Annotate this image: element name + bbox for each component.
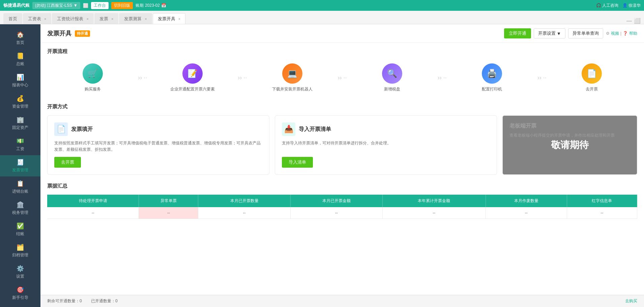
company-dropdown-icon: ▼ [74, 3, 78, 8]
content-area: 发票开具 待开通 立即开通 开票设置 ▼ 异常单单查询 ⚙ 视频 | ❓ 帮助 [40, 24, 644, 307]
tab-salary-report-label: 工资统计报表 [57, 16, 83, 22]
stats-header-month-count: 本月已开票数量 [198, 195, 290, 207]
stats-cell-abnormal: -- [139, 207, 198, 219]
switch-old-button[interactable]: 切到旧版 [111, 2, 133, 9]
settings-gear-icon: ⚙ [606, 31, 610, 36]
service-button[interactable]: 🎧 人工咨询 [596, 3, 618, 8]
tab-invoice-issue[interactable]: 发票开具 × [153, 13, 185, 24]
tab-salary-report-close[interactable]: × [86, 17, 88, 21]
step-issue-label: 去开票 [586, 86, 598, 92]
tab-invoice-calc-close[interactable]: × [145, 17, 147, 21]
step-download-icon: 💻 [282, 63, 302, 84]
sidebar-item-home[interactable]: 🏠 首页 [0, 28, 40, 49]
fill-icon: 📄 [54, 122, 68, 136]
step-tax-disk: 🔍 新增税盘 [347, 63, 438, 92]
step-buy-label: 购买服务 [85, 86, 101, 92]
company-name: (勿动) 江西服宝-LSS [35, 3, 72, 8]
company-selector[interactable]: (勿动) 江西服宝-LSS ▼ [32, 2, 80, 9]
stats-cell-month-amount: -- [290, 207, 382, 219]
sidebar-item-member[interactable]: 👑 畅会员 [0, 304, 40, 307]
footer: 剩余可开通数量：0 已开通数量：0 去购买 [40, 295, 644, 307]
sidebar-item-funds[interactable]: 💰 资金管理 [0, 91, 40, 113]
step-buy-service: 🛒 购买服务 [47, 63, 138, 92]
tab-home[interactable]: 首页 [3, 13, 22, 24]
tab-invoice-calc-label: 发票测算 [124, 16, 142, 22]
status-badge: 待开通 [75, 30, 90, 37]
stats-cell-pending: -- [47, 207, 139, 219]
step-issue-icon: 📄 [582, 63, 602, 84]
sidebar-invoice-label: 发票管理 [12, 167, 28, 173]
fill-open-button[interactable]: 去开票 [54, 157, 81, 168]
assets-icon: 🏢 [17, 116, 24, 123]
tab-invoice-calc[interactable]: 发票测算 × [119, 13, 152, 24]
immediate-open-button[interactable]: 立即开通 [504, 28, 531, 38]
minimize-icon[interactable]: — [626, 18, 632, 24]
workflow-section: 开票流程 🛒 购买服务 ›› ·· 📝 企业开通配置开票六要素 ›› ·· 💻 … [47, 48, 637, 95]
sidebar-item-ledger[interactable]: 📒 总账 [0, 49, 40, 70]
step-config-icon: 📝 [182, 63, 203, 84]
tab-invoice-issue-close[interactable]: × [178, 17, 180, 21]
sidebar-item-reports[interactable]: 📊 报表中心 [0, 70, 40, 91]
video-label[interactable]: 视频 [611, 31, 619, 36]
maximize-icon[interactable]: ⬜ [634, 18, 641, 24]
guide-icon: 🎯 [17, 286, 24, 294]
abnormal-query-button[interactable]: 异常单单查询 [568, 28, 603, 38]
top-bar: 畅捷通易代账 (勿动) 江西服宝-LSS ▼ ⬜ 工作台 切到旧版 账期 202… [0, 0, 644, 11]
stats-cell-red-info: -- [567, 207, 637, 219]
buy-link[interactable]: 去购买 [625, 298, 637, 304]
workbench-button[interactable]: 工作台 [91, 2, 109, 9]
sidebar-item-invoice[interactable]: 🧾 发票管理 [0, 155, 40, 176]
archive-icon: 🗂️ [17, 244, 24, 251]
method-card-fill: 📄 发票填开 支持按照发票样式手工填写开发票；可开具增值税电子普通发票、增值税普… [47, 115, 269, 175]
stats-header-abnormal: 异常单票 [139, 195, 198, 207]
settings-icon: ⚙️ [17, 265, 24, 272]
app-logo: 畅捷通易代账 [3, 2, 30, 8]
method-card-import-header: 📥 导入开票清单 [282, 122, 490, 136]
header-actions: 立即开通 开票设置 ▼ 异常单单查询 ⚙ 视频 | ❓ 帮助 [504, 28, 637, 38]
step-printer-icon: 🖨️ [482, 63, 502, 84]
tab-salary-close[interactable]: × [44, 17, 46, 21]
settings-arrow-icon: ▼ [557, 31, 561, 36]
copy-button[interactable]: ⬜ [83, 3, 88, 8]
user-info[interactable]: 👤 徐漾华 [622, 3, 641, 8]
calendar-icon[interactable]: 📅 [161, 3, 166, 8]
fill-desc: 支持按照发票样式手工填写开发票；可开具增值税电子普通发票、增值税普通发票、增值税… [54, 140, 262, 153]
help-label[interactable]: 帮助 [629, 31, 637, 36]
coming-soon-text: 敬请期待 [551, 139, 589, 151]
tab-invoice-close[interactable]: × [111, 17, 113, 21]
tab-invoice-label: 发票 [99, 16, 108, 22]
sidebar-settings-label: 设置 [16, 274, 24, 279]
stats-data-row: -- -- -- -- -- -- -- [47, 207, 637, 219]
stats-cell-void-count: -- [486, 207, 567, 219]
method-section-title: 开票方式 [47, 104, 637, 110]
step-arrow-3: ›› ·· [338, 74, 347, 81]
sidebar-salary-label: 工资 [16, 146, 24, 152]
salary-icon: 💵 [17, 137, 24, 145]
sidebar-home-label: 首页 [16, 40, 24, 46]
sidebar-item-archive[interactable]: 🗂️ 归档管理 [0, 240, 40, 261]
tab-salary-report[interactable]: 工资统计报表 × [52, 13, 93, 24]
import-list-button[interactable]: 导入清单 [282, 157, 313, 168]
sidebar-item-checkout[interactable]: ✅ 结账 [0, 219, 40, 240]
stats-cell-month-count: -- [198, 207, 290, 219]
tab-salary[interactable]: 工资表 × [23, 13, 51, 24]
tab-invoice-issue-label: 发票开具 [158, 16, 175, 22]
ticket-settings-button[interactable]: 开票设置 ▼ [534, 28, 565, 38]
sidebar-item-assets[interactable]: 🏢 固定资产 [0, 113, 40, 134]
top-bar-right: 🎧 人工咨询 👤 徐漾华 [596, 3, 641, 8]
import-title: 导入开票清单 [299, 126, 331, 133]
old-client-card: 老板端开票 查看老板端小程序提交的开票申请，并作出相应处理和开票 敬请期待 [502, 115, 637, 175]
tab-invoice[interactable]: 发票 × [94, 13, 118, 24]
stats-header-month-amount: 本月已开票金额 [290, 195, 382, 207]
sidebar-reports-label: 报表中心 [12, 82, 28, 88]
sidebar-item-sales[interactable]: 📋 进销台账 [0, 176, 40, 198]
main-layout: 🏠 首页 📒 总账 📊 报表中心 💰 资金管理 🏢 固定资产 💵 工资 🧾 发票… [0, 24, 644, 307]
sidebar-item-guide[interactable]: 🎯 新手引导 [0, 283, 40, 304]
sidebar-item-settings[interactable]: ⚙️ 设置 [0, 261, 40, 283]
window-controls: — ⬜ [626, 18, 641, 24]
sidebar-item-tax[interactable]: 🏛️ 税务管理 [0, 198, 40, 219]
footer-stats: 剩余可开通数量：0 已开通数量：0 [47, 298, 118, 304]
sidebar-sales-label: 进销台账 [12, 189, 28, 194]
sidebar-item-salary[interactable]: 💵 工资 [0, 134, 40, 155]
period-label: 账期 [136, 3, 144, 8]
